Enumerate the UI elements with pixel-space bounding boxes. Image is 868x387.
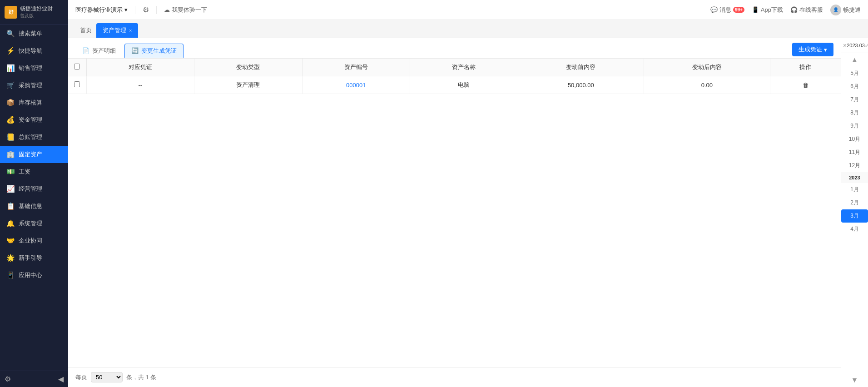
change-icon: 🔄 [131, 47, 139, 54]
headset-icon: 🎧 [790, 6, 798, 13]
topbar: 医疗器械行业演示 ▾ ⚙ ☁ 我要体验一下 💬 消息 99+ 📱 App下载 🎧… [68, 0, 868, 20]
purchase-icon: 🛒 [6, 81, 15, 89]
timeline-month-11月[interactable]: 11月 [841, 146, 868, 159]
sidebar-nav: 🔍搜索菜单⚡快捷导航📊销售管理🛒采购管理📦库存核算💰资金管理📒总账管理🏢固定资产… [0, 25, 68, 371]
sidebar-label: 固定资产 [19, 150, 42, 159]
sidebar-item-enterprise[interactable]: 🤝企业协同 [0, 232, 68, 249]
cell-asset-name: 电脑 [410, 76, 518, 94]
sidebar-item-quick-nav[interactable]: ⚡快捷导航 [0, 42, 68, 60]
sidebar-item-fixed-assets[interactable]: 🏢固定资产 [0, 146, 68, 163]
select-all-checkbox[interactable] [74, 64, 80, 69]
generate-voucher-button[interactable]: 生成凭证 ▾ [792, 43, 833, 56]
sidebar-item-guide[interactable]: 🌟新手引导 [0, 249, 68, 267]
sidebar-label: 销售管理 [19, 64, 42, 72]
sidebar-item-finance[interactable]: 💰资金管理 [0, 111, 68, 129]
system-icon: 🔔 [6, 219, 15, 228]
timeline-month-3月[interactable]: 3月 [841, 209, 868, 223]
sidebar-item-search[interactable]: 🔍搜索菜单 [0, 25, 68, 42]
sidebar-item-system[interactable]: 🔔系统管理 [0, 215, 68, 232]
salary-icon: 💵 [6, 168, 15, 176]
app-download-button[interactable]: 📱 App下载 [752, 6, 783, 14]
sidebar-item-management[interactable]: 📈经营管理 [0, 180, 68, 198]
logo-text: 畅捷通好业财 普及版 [20, 5, 53, 19]
timeline-up-button[interactable]: ▲ [841, 53, 868, 67]
sidebar-label: 资金管理 [19, 116, 42, 124]
tab-close-icon[interactable]: × [129, 28, 132, 33]
collapse-icon[interactable]: ◀ [58, 375, 64, 383]
cloud-icon: ☁ [164, 6, 170, 13]
timeline-close-icon[interactable]: × [843, 42, 847, 49]
total-label: 条，共 1 条 [126, 373, 156, 382]
cell-change-type: 资产清理 [194, 76, 303, 94]
timeline-month-10月[interactable]: 10月 [841, 133, 868, 146]
sidebar-label: 基础信息 [19, 202, 42, 210]
phone-icon: 📱 [752, 6, 759, 13]
timeline: 5月6月7月8月9月10月11月12月20231月2月3月4月 [841, 67, 868, 373]
topbar-settings-icon[interactable]: ⚙ [143, 5, 149, 14]
timeline-year-2023: 2023 [841, 172, 868, 183]
subtabs: 📄 资产明细 🔄 变更生成凭证 生成凭证 ▾ [68, 38, 841, 59]
timeline-month-6月[interactable]: 6月 [841, 80, 868, 93]
messages-badge: 99+ [733, 7, 744, 13]
topbar-divider-2 [156, 6, 157, 14]
sidebar-item-purchase[interactable]: 🛒采购管理 [0, 77, 68, 94]
message-icon: 💬 [710, 6, 718, 13]
subtab-asset-detail[interactable]: 📄 资产明细 [75, 44, 123, 58]
col-change-type: 变动类型 [194, 59, 303, 76]
settings-icon[interactable]: ⚙ [5, 375, 11, 383]
dropdown-icon: ▾ [124, 6, 128, 13]
col-asset-name: 资产名称 [410, 59, 518, 76]
sales-icon: 📊 [6, 64, 15, 72]
timeline-month-8月[interactable]: 8月 [841, 106, 868, 119]
pagination: 每页 10 20 50 100 条，共 1 条 [68, 367, 841, 387]
content-area: 📄 资产明细 🔄 变更生成凭证 生成凭证 ▾ [68, 38, 868, 387]
table-wrap: 对应凭证 变动类型 资产编号 资产名称 变动前内容 变动后内容 操作 -- 资产… [68, 59, 841, 367]
sidebar-item-sales[interactable]: 📊销售管理 [0, 60, 68, 77]
timeline-month-9月[interactable]: 9月 [841, 119, 868, 133]
sidebar-item-salary[interactable]: 💵工资 [0, 163, 68, 180]
right-panel: × 2023.03 ⤢ ▲ 5月6月7月8月9月10月11月12月20231月2… [841, 38, 868, 387]
tabbar: 首页 资产管理 × [68, 20, 868, 38]
cell-operation[interactable]: 🗑 [770, 76, 841, 94]
timeline-month-12月[interactable]: 12月 [841, 159, 868, 172]
company-selector[interactable]: 医疗器械行业演示 ▾ [75, 6, 128, 14]
app-center-icon: 📱 [6, 271, 15, 279]
row-checkbox-0[interactable] [74, 81, 80, 87]
management-icon: 📈 [6, 185, 15, 193]
cell-before: 50,000.00 [518, 76, 644, 94]
ledger-icon: 📒 [6, 133, 15, 141]
row-checkbox-cell [68, 76, 86, 94]
enterprise-icon: 🤝 [6, 237, 15, 245]
timeline-month-4月[interactable]: 4月 [841, 223, 868, 236]
sidebar-item-basic-info[interactable]: 📋基础信息 [0, 198, 68, 215]
inventory-icon: 📦 [6, 99, 15, 107]
sidebar-item-inventory[interactable]: 📦库存核算 [0, 94, 68, 111]
tab-home[interactable]: 首页 [75, 23, 96, 38]
timeline-down-button[interactable]: ▼ [841, 373, 868, 387]
panel-expand-icon[interactable]: ⤢ [865, 42, 868, 49]
tab-asset-management[interactable]: 资产管理 × [96, 23, 138, 38]
sidebar: 好 畅捷通好业财 普及版 🔍搜索菜单⚡快捷导航📊销售管理🛒采购管理📦库存核算💰资… [0, 0, 68, 387]
sidebar-label: 总账管理 [19, 133, 42, 141]
messages-button[interactable]: 💬 消息 99+ [710, 6, 744, 14]
sidebar-item-app-center[interactable]: 📱应用中心 [0, 267, 68, 284]
sidebar-item-ledger[interactable]: 📒总账管理 [0, 129, 68, 146]
subtab-change-voucher[interactable]: 🔄 变更生成凭证 [124, 44, 184, 58]
timeline-month-5月[interactable]: 5月 [841, 67, 868, 80]
basic-info-icon: 📋 [6, 202, 15, 210]
timeline-month-2月[interactable]: 2月 [841, 196, 868, 209]
sidebar-label: 新手引导 [19, 254, 42, 262]
trial-button[interactable]: ☁ 我要体验一下 [164, 6, 207, 14]
online-service-button[interactable]: 🎧 在线客服 [790, 6, 823, 14]
sidebar-logo: 好 畅捷通好业财 普及版 [0, 0, 68, 25]
timeline-month-1月[interactable]: 1月 [841, 183, 868, 196]
fixed-assets-icon: 🏢 [6, 150, 15, 159]
main-panel: 📄 资产明细 🔄 变更生成凭证 生成凭证 ▾ [68, 38, 841, 387]
per-page-select[interactable]: 10 20 50 100 [91, 372, 123, 382]
main-area: 医疗器械行业演示 ▾ ⚙ ☁ 我要体验一下 💬 消息 99+ 📱 App下载 🎧… [68, 0, 868, 387]
sidebar-label: 系统管理 [19, 219, 42, 228]
sidebar-label: 工资 [19, 168, 30, 176]
company-name: 医疗器械行业演示 [75, 6, 123, 14]
timeline-month-7月[interactable]: 7月 [841, 93, 868, 106]
user-menu[interactable]: 👤 畅捷通 [830, 5, 861, 15]
